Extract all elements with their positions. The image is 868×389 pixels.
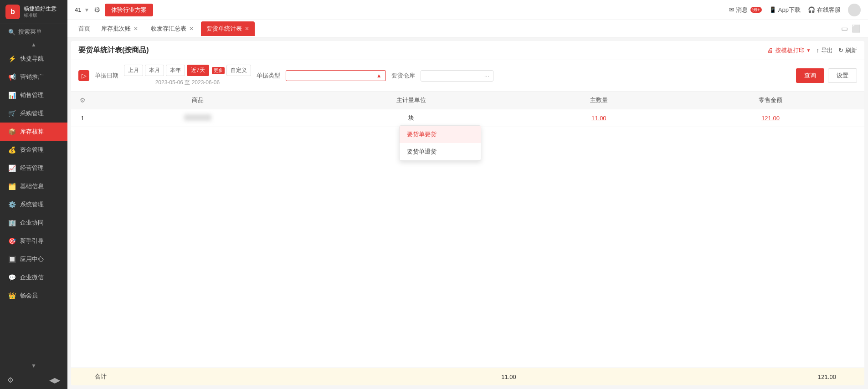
tab-inventory-batch[interactable]: 库存批次账 ✕: [96, 21, 144, 36]
tabs-actions: ▭ ⬜: [841, 24, 861, 33]
sidebar-item-vip[interactable]: 👑 畅会员: [0, 287, 67, 305]
messages-label: 消息: [736, 6, 748, 14]
purchase-icon: 🛒: [7, 109, 16, 118]
sidebar-item-label: 应用中心: [20, 255, 44, 263]
warehouse-label: 要货仓库: [391, 72, 415, 80]
filter-bar: ▷ 单据日期 上月 本月 本年 近7天 更多 自定义 2023-05-06 至 …: [71, 60, 864, 92]
settings-btn[interactable]: 设置: [828, 68, 857, 83]
date-btn-custom[interactable]: 自定义: [226, 65, 251, 76]
date-more-badge[interactable]: 更多: [212, 67, 225, 74]
sidebar-item-guide[interactable]: 🎯 新手引导: [0, 232, 67, 250]
filter-expand-btn[interactable]: ▷: [78, 70, 89, 81]
tab-home[interactable]: 首页: [75, 21, 94, 36]
sidebar-item-basic[interactable]: 🗂️ 基础信息: [0, 177, 67, 195]
app-brand-name: 畅捷通好生意: [24, 5, 56, 13]
sidebar-footer: ⚙ ◀▶: [0, 371, 67, 389]
settings-icon[interactable]: ⚙: [7, 376, 14, 384]
online-service-btn[interactable]: 🎧 在线客服: [808, 6, 841, 14]
user-avatar[interactable]: [848, 4, 861, 16]
date-btn-this-month[interactable]: 本月: [145, 65, 164, 76]
topbar-gear-icon[interactable]: ⚙: [94, 5, 100, 14]
type-select[interactable]: ▲: [286, 70, 386, 81]
tab-bar: 首页 库存批次账 ✕ 收发存汇总表 ✕ 要货单统计表 ✕ ▭ ⬜: [67, 20, 868, 37]
print-icon: 🖨: [767, 47, 773, 54]
table-header: ⚙ 商品 主计量单位 主数量 零售金额: [71, 92, 864, 109]
vip-icon: 👑: [7, 291, 16, 300]
table-footer: 合计 11.00 121.00: [71, 368, 864, 385]
dropdown-item-label: 要货单退货: [407, 148, 437, 155]
tab-minimize-icon[interactable]: ▭: [841, 24, 848, 33]
sidebar-scroll-down[interactable]: ▼: [0, 361, 67, 371]
date-btn-7days[interactable]: 近7天: [187, 65, 209, 76]
trial-btn[interactable]: 体验行业方案: [105, 4, 153, 16]
date-btn-last-month[interactable]: 上月: [124, 65, 143, 76]
sidebar-item-marketing[interactable]: 📢 营销推广: [0, 68, 67, 86]
guide-icon: 🎯: [7, 236, 16, 246]
print-btn[interactable]: 🖨 按模板打印 ▼: [767, 46, 811, 55]
row-unit: 块: [301, 109, 521, 127]
sidebar-item-system[interactable]: ⚙️ 系统管理: [0, 195, 67, 214]
topbar-left: 41 ▼ ⚙ 体验行业方案: [75, 4, 153, 16]
inventory-icon: 📦: [7, 127, 16, 136]
table-row: 1 块 11.00 121.00: [71, 109, 864, 127]
refresh-btn[interactable]: ↻ 刷新: [838, 46, 857, 55]
sidebar-search-label: 搜索菜单: [18, 28, 42, 36]
print-dropdown-arrow[interactable]: ▼: [806, 48, 811, 53]
sidebar-item-label: 资金管理: [20, 146, 44, 154]
app-download-label: App下载: [778, 6, 801, 14]
tab-order-statistics[interactable]: 要货单统计表 ✕: [201, 21, 255, 36]
operations-icon: 📈: [7, 164, 16, 173]
tab-label: 要货单统计表: [206, 25, 242, 33]
tab-stock-summary[interactable]: 收发存汇总表 ✕: [145, 21, 199, 36]
headset-icon: 🎧: [808, 6, 815, 13]
sidebar-item-label: 企业协同: [20, 219, 44, 227]
type-label: 单据类型: [257, 72, 280, 80]
collapse-icon[interactable]: ◀▶: [49, 376, 60, 384]
messages-btn[interactable]: ✉ 消息 99+: [729, 6, 762, 14]
sidebar-item-label: 销售管理: [20, 91, 44, 99]
row-product: [94, 109, 301, 127]
export-icon: ↑: [817, 47, 820, 54]
footer-qty: 11.00: [501, 374, 516, 380]
sidebar-item-label: 企业微信: [20, 273, 44, 282]
sidebar-item-label: 快捷导航: [20, 55, 44, 63]
sidebar-scroll-up[interactable]: ▲: [0, 40, 67, 50]
sidebar-item-label: 库存核算: [20, 128, 44, 136]
sidebar-item-sales[interactable]: 📊 销售管理: [0, 86, 67, 104]
export-btn[interactable]: ↑ 导出: [817, 46, 833, 55]
date-btn-this-year[interactable]: 本年: [166, 65, 185, 76]
phone-icon: 📱: [769, 6, 776, 13]
print-btn-label: 按模板打印: [775, 46, 805, 55]
query-btn[interactable]: 查询: [796, 68, 824, 83]
table-settings-icon[interactable]: ⚙: [80, 97, 86, 104]
tab-close-icon[interactable]: ✕: [245, 26, 249, 32]
dropdown-item-return[interactable]: 要货单退货: [400, 143, 481, 160]
sidebar-item-appstore[interactable]: 🔲 应用中心: [0, 250, 67, 268]
sidebar-item-enterprise[interactable]: 🏢 企业协同: [0, 214, 67, 232]
sidebar-item-quick-nav[interactable]: ⚡ 快捷导航: [0, 50, 67, 68]
data-table: ⚙ 商品 主计量单位 主数量 零售金额 1 块: [71, 92, 864, 127]
col-unit: 主计量单位: [301, 92, 521, 109]
sidebar-item-inventory[interactable]: 📦 库存核算: [0, 123, 67, 141]
sidebar-search[interactable]: 🔍 搜索菜单: [0, 24, 67, 40]
warehouse-more-icon[interactable]: ···: [484, 72, 489, 79]
sidebar-item-label: 基础信息: [20, 182, 44, 190]
tab-close-icon[interactable]: ✕: [134, 26, 138, 32]
store-dropdown-arrow[interactable]: ▼: [84, 7, 89, 13]
warehouse-select[interactable]: ···: [421, 70, 493, 82]
sidebar-item-operations[interactable]: 📈 经营管理: [0, 159, 67, 177]
sidebar-item-wechat[interactable]: 💬 企业微信: [0, 268, 67, 287]
dropdown-item-order[interactable]: 要货单要货: [400, 126, 481, 143]
sidebar-nav: ⚡ 快捷导航 📢 营销推广 📊 销售管理 🛒 采购管理 📦 库存核算 💰 资金管…: [0, 50, 67, 361]
system-icon: ⚙️: [7, 200, 16, 209]
message-icon: ✉: [729, 6, 734, 13]
tab-home-label: 首页: [78, 25, 90, 33]
app-download-btn[interactable]: 📱 App下载: [769, 6, 801, 14]
row-amount: 121.00: [677, 109, 864, 127]
tab-close-icon[interactable]: ✕: [189, 26, 194, 32]
tab-label: 收发存汇总表: [151, 25, 186, 33]
tab-maximize-icon[interactable]: ⬜: [852, 24, 861, 33]
basic-icon: 🗂️: [7, 182, 16, 191]
sidebar-item-purchase[interactable]: 🛒 采购管理: [0, 104, 67, 123]
sidebar-item-finance[interactable]: 💰 资金管理: [0, 141, 67, 159]
